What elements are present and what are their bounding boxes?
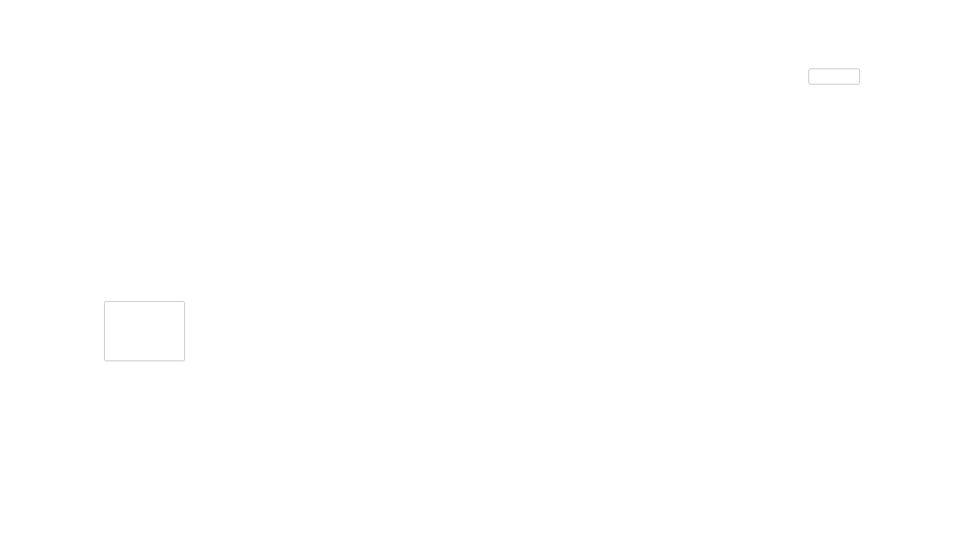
rsi-22-swatch: [111, 337, 127, 339]
legend-item-rsi-42: [111, 344, 178, 357]
legend-item-rsi-22: [111, 331, 178, 344]
legend-close: [809, 69, 860, 84]
figure: [0, 0, 980, 551]
rsi-42-swatch: [111, 349, 127, 351]
legend-item-rsi-14: [111, 319, 178, 332]
close-line-swatch: [814, 76, 830, 78]
legend-item-rsi-9: [111, 306, 178, 319]
rsi-14-swatch: [111, 324, 127, 326]
rsi-9-swatch: [111, 312, 127, 314]
legend-rsi: [104, 301, 185, 361]
